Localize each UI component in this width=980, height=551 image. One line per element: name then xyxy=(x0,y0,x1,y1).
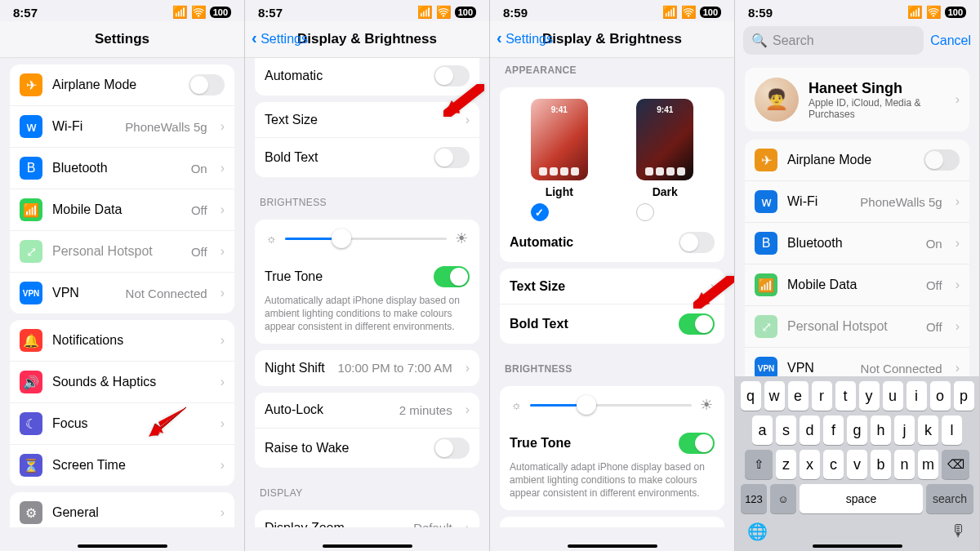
back-button[interactable]: ‹ Settings xyxy=(252,31,308,47)
wi-fi-label: Wi-Fi xyxy=(787,194,850,209)
key-p[interactable]: p xyxy=(954,381,974,411)
back-button[interactable]: ‹ Settings xyxy=(497,31,553,47)
key-search[interactable]: search xyxy=(926,484,973,513)
home-indicator[interactable] xyxy=(568,544,657,548)
appearance-light-option[interactable]: 9:41 Light ✓ xyxy=(531,99,588,221)
key-g[interactable]: g xyxy=(847,415,867,445)
mic-icon[interactable]: 🎙 xyxy=(951,522,967,541)
key-w[interactable]: w xyxy=(764,381,785,411)
dark-radio[interactable] xyxy=(636,203,654,221)
settings-row-sounds-haptics[interactable]: 🔊Sounds & Haptics› xyxy=(10,362,234,403)
keyboard[interactable]: qwertyuiop asdfghjkl ⇧zxcvbnm⌫ 123 ☺︎ sp… xyxy=(735,376,979,551)
key-backspace[interactable]: ⌫ xyxy=(942,450,969,479)
brightness-slider[interactable] xyxy=(530,404,692,407)
key-r[interactable]: r xyxy=(812,381,832,411)
settings-row-mobile-data[interactable]: 📶Mobile DataOff› xyxy=(745,264,969,306)
display-zoom-row[interactable]: Display Zoom Default › xyxy=(255,510,479,527)
bold-text-row[interactable]: Bold Text xyxy=(500,304,724,344)
key-k[interactable]: k xyxy=(918,415,938,445)
globe-icon[interactable]: 🌐 xyxy=(747,522,768,541)
auto-lock-row[interactable]: Auto-Lock 2 minutes › xyxy=(255,393,479,429)
key-h[interactable]: h xyxy=(871,415,891,445)
true-tone-switch[interactable] xyxy=(679,433,715,454)
key-i[interactable]: i xyxy=(906,381,927,411)
battery-icon: 100 xyxy=(945,7,966,18)
general-label: General xyxy=(52,505,211,520)
settings-row-personal-hotspot[interactable]: ⤢Personal HotspotOff› xyxy=(10,231,234,273)
settings-row-airplane-mode[interactable]: ✈︎Airplane Mode xyxy=(745,140,969,181)
settings-row-personal-hotspot[interactable]: ⤢Personal HotspotOff› xyxy=(745,306,969,348)
key-b[interactable]: b xyxy=(871,450,891,479)
battery-icon: 100 xyxy=(210,7,231,18)
settings-row-bluetooth[interactable]: BBluetoothOn› xyxy=(745,223,969,264)
status-time: 8:59 xyxy=(503,6,528,20)
key-s[interactable]: s xyxy=(776,415,796,445)
key-t[interactable]: t xyxy=(835,381,856,411)
settings-row-notifications[interactable]: 🔔Notifications› xyxy=(10,320,234,362)
key-o[interactable]: o xyxy=(930,381,951,411)
settings-row-wi-fi[interactable]: ᴡWi-FiPhoneWalls 5g› xyxy=(745,181,969,223)
key-l[interactable]: l xyxy=(942,415,962,445)
automatic-row[interactable]: Automatic xyxy=(500,223,724,262)
key-shift[interactable]: ⇧ xyxy=(745,450,773,479)
settings-row-focus[interactable]: ☾Focus› xyxy=(10,403,234,445)
key-y[interactable]: y xyxy=(859,381,880,411)
settings-row-general[interactable]: ⚙︎General› xyxy=(10,492,234,527)
raise-to-wake-switch[interactable] xyxy=(434,438,470,459)
appearance-dark-option[interactable]: 9:41 Dark xyxy=(636,99,693,221)
raise-to-wake-row[interactable]: Raise to Wake xyxy=(255,429,479,468)
brightness-slider-row[interactable]: ☼ ☀︎ xyxy=(255,220,479,257)
airplane-mode-switch[interactable] xyxy=(924,149,960,171)
key-emoji[interactable]: ☺︎ xyxy=(770,484,796,513)
key-u[interactable]: u xyxy=(883,381,903,411)
key-d[interactable]: d xyxy=(800,415,820,445)
search-field[interactable]: 🔍 Search xyxy=(743,26,924,55)
night-shift-row[interactable]: Night Shift 10:00 PM to 7:00 AM › xyxy=(500,517,724,527)
settings-row-screen-time[interactable]: ⏳Screen Time› xyxy=(10,445,234,486)
bold-text-row[interactable]: Bold Text xyxy=(255,138,479,177)
settings-row-vpn[interactable]: VPNVPNNot Connected› xyxy=(10,273,234,313)
bold-text-switch[interactable] xyxy=(434,147,470,168)
airplane-mode-switch[interactable] xyxy=(189,74,225,96)
search-cancel-button[interactable]: Cancel xyxy=(930,33,971,48)
key-f[interactable]: f xyxy=(823,415,844,445)
battery-icon: 100 xyxy=(455,7,476,18)
key-x[interactable]: x xyxy=(800,450,820,479)
settings-row-mobile-data[interactable]: 📶Mobile DataOff› xyxy=(10,189,234,231)
automatic-row[interactable]: Automatic xyxy=(255,58,479,96)
cell-icon: 📶 xyxy=(172,5,188,20)
settings-row-wi-fi[interactable]: ᴡWi-FiPhoneWalls 5g› xyxy=(10,106,234,148)
key-n[interactable]: n xyxy=(894,450,915,479)
brightness-slider[interactable] xyxy=(285,238,447,240)
automatic-switch[interactable] xyxy=(434,65,470,87)
night-shift-row[interactable]: Night Shift 10:00 PM to 7:00 AM › xyxy=(255,350,479,386)
key-v[interactable]: v xyxy=(847,450,867,479)
light-radio[interactable]: ✓ xyxy=(531,203,549,221)
key-z[interactable]: z xyxy=(776,450,796,479)
home-indicator[interactable] xyxy=(813,544,902,548)
key-e[interactable]: e xyxy=(788,381,808,411)
key-c[interactable]: c xyxy=(823,450,844,479)
nav-title: Display & Brightness xyxy=(297,31,437,47)
airplane-mode-icon: ✈︎ xyxy=(755,149,777,171)
key-q[interactable]: q xyxy=(741,381,761,411)
cell-icon: 📶 xyxy=(417,5,433,20)
settings-row-bluetooth[interactable]: BBluetoothOn› xyxy=(10,148,234,189)
key-123[interactable]: 123 xyxy=(741,484,767,513)
key-space[interactable]: space xyxy=(800,484,923,513)
automatic-switch[interactable] xyxy=(679,232,715,253)
bold-text-switch[interactable] xyxy=(679,313,715,335)
settings-row-airplane-mode[interactable]: ✈︎Airplane Mode xyxy=(10,64,234,106)
text-size-row[interactable]: Text Size › xyxy=(500,269,724,304)
brightness-slider-row[interactable]: ☼ ☀︎ xyxy=(500,386,724,424)
home-indicator[interactable] xyxy=(78,544,167,548)
text-size-row[interactable]: Text Size › xyxy=(255,102,479,138)
home-indicator[interactable] xyxy=(323,544,412,548)
true-tone-switch[interactable] xyxy=(434,266,470,287)
text-size-label: Text Size xyxy=(510,279,701,294)
key-a[interactable]: a xyxy=(752,415,773,445)
profile-row[interactable]: 🧑‍🦱 Haneet Singh Apple ID, iCloud, Media… xyxy=(745,68,969,131)
key-j[interactable]: j xyxy=(894,415,915,445)
back-chevron-icon: ‹ xyxy=(497,29,502,47)
key-m[interactable]: m xyxy=(918,450,938,479)
